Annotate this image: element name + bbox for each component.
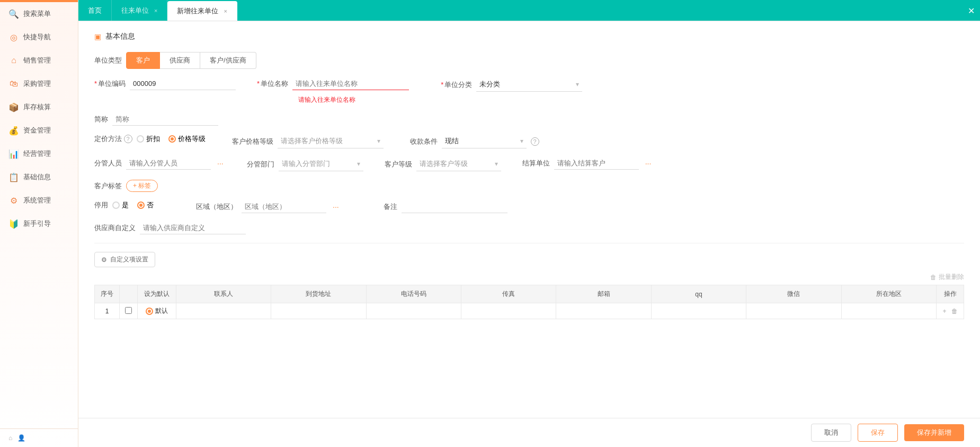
section-header: ▣ 基本信息 xyxy=(94,32,964,41)
form-divider xyxy=(94,243,964,243)
unit-type-supplier[interactable]: 供应商 xyxy=(160,52,200,69)
disabled-region-row: 停用 是 否 区域（地区） ··· 备注 xyxy=(94,200,964,213)
unit-category-select[interactable]: 未分类 ▾ xyxy=(476,77,582,92)
unit-type-both[interactable]: 客户/供应商 xyxy=(200,52,256,69)
batch-delete-label[interactable]: 批量删除 xyxy=(939,273,964,282)
col-contact: 联系人 xyxy=(176,285,271,303)
tab-home[interactable]: 首页 xyxy=(78,0,112,21)
sidebar-label-system: 系统管理 xyxy=(23,196,51,205)
disabled-label: 停用 xyxy=(94,200,108,210)
tab-new-partner[interactable]: 新增往来单位 × xyxy=(167,1,237,21)
row-contact-input[interactable] xyxy=(182,308,265,315)
customer-level-select[interactable]: 请选择客户等级 ▾ xyxy=(416,157,501,171)
supplier-custom-input[interactable] xyxy=(140,222,246,234)
row-wechat-input[interactable] xyxy=(752,308,835,315)
row-fax-input[interactable] xyxy=(467,308,550,315)
payment-terms-help[interactable]: ? xyxy=(531,137,539,146)
tab-partner-label: 往来单位 xyxy=(121,6,149,15)
sidebar-item-system[interactable]: ⚙ 系统管理 xyxy=(0,189,78,212)
row-fax[interactable] xyxy=(461,303,556,319)
batch-delete-area: 🗑 批量删除 xyxy=(94,273,964,282)
unit-name-input[interactable] xyxy=(292,77,409,90)
row-address[interactable] xyxy=(271,303,366,319)
quick-nav-icon: ◎ xyxy=(8,32,19,42)
settlement-more-btn[interactable]: ··· xyxy=(643,159,654,168)
pricing-level-option[interactable]: 价格等级 xyxy=(168,134,206,144)
settlement-unit-label: 结算单位 xyxy=(522,159,550,168)
window-close-button[interactable]: ✕ xyxy=(968,5,975,15)
disabled-no-label: 否 xyxy=(147,200,154,210)
row-delete-btn[interactable]: 🗑 xyxy=(951,308,958,315)
disabled-yes-label: 是 xyxy=(122,200,129,210)
region-input[interactable] xyxy=(242,200,326,213)
row-add-btn[interactable]: + xyxy=(942,308,946,315)
row-checkbox[interactable] xyxy=(125,307,132,314)
sidebar-item-basic[interactable]: 📋 基础信息 xyxy=(0,165,78,189)
add-tag-button[interactable]: + 标签 xyxy=(126,180,158,192)
row-wechat[interactable] xyxy=(746,303,841,319)
settlement-unit-input[interactable] xyxy=(554,157,639,170)
row-default-radio xyxy=(146,308,153,315)
col-checkbox xyxy=(120,285,138,303)
tab-bar: 首页 往来单位 × 新增往来单位 × ✕ xyxy=(78,0,980,21)
sidebar-item-search[interactable]: 🔍 搜索菜单 xyxy=(0,2,78,25)
manager-row: 分管人员 ··· 分管部门 请输入分管部门 ▾ 客户等级 请选择客户等级 ▾ 结… xyxy=(94,157,964,171)
unit-code-input[interactable] xyxy=(130,77,236,90)
row-region-input[interactable] xyxy=(847,308,931,315)
unit-type-row: 单位类型 客户 供应商 客户/供应商 xyxy=(94,52,964,69)
unit-type-label: 单位类型 xyxy=(94,56,122,65)
row-email[interactable] xyxy=(556,303,651,319)
dept-chevron-icon: ▾ xyxy=(357,160,360,168)
cancel-button[interactable]: 取消 xyxy=(811,424,851,442)
user-bottom-icon[interactable]: 👤 xyxy=(17,434,25,442)
disabled-radio-group: 是 否 xyxy=(112,200,154,210)
unit-category-group: *单位分类 未分类 ▾ xyxy=(441,77,582,92)
row-qq-input[interactable] xyxy=(657,308,741,315)
payment-terms-select[interactable]: 现结 ▾ xyxy=(442,134,527,148)
row-default-cell: 默认 xyxy=(138,303,176,319)
sidebar-item-inventory[interactable]: 📦 库存核算 xyxy=(0,95,78,119)
tab-new-partner-close[interactable]: × xyxy=(224,8,227,14)
manager-more-btn[interactable]: ··· xyxy=(215,159,226,168)
tab-partner[interactable]: 往来单位 × xyxy=(112,0,167,21)
home-bottom-icon[interactable]: ⌂ xyxy=(8,434,12,442)
row-phone[interactable] xyxy=(366,303,461,319)
unit-name-label: *单位名称 xyxy=(257,79,288,89)
row-contact[interactable] xyxy=(176,303,271,319)
sidebar-item-sales[interactable]: ⌂ 销售管理 xyxy=(0,49,78,72)
remark-input[interactable] xyxy=(402,200,507,213)
sidebar-item-finance[interactable]: 💰 资金管理 xyxy=(0,119,78,142)
custom-settings-button[interactable]: ⚙ 自定义项设置 xyxy=(94,252,155,267)
short-name-input[interactable] xyxy=(112,113,218,126)
customer-price-level-select[interactable]: 请选择客户价格等级 ▾ xyxy=(278,134,384,148)
save-new-button[interactable]: 保存并新增 xyxy=(904,424,964,441)
row-qq[interactable] xyxy=(651,303,746,319)
row-phone-input[interactable] xyxy=(372,308,456,315)
sidebar-item-guide[interactable]: 🔰 新手引导 xyxy=(0,212,78,235)
purchase-icon: 🛍 xyxy=(8,78,19,89)
sidebar-item-quick-nav[interactable]: ◎ 快捷导航 xyxy=(0,25,78,49)
manager-input[interactable] xyxy=(126,157,211,170)
tab-partner-close[interactable]: × xyxy=(154,7,157,14)
row-address-input[interactable] xyxy=(277,308,360,315)
col-address: 到货地址 xyxy=(271,285,366,303)
sidebar-item-purchase[interactable]: 🛍 采购管理 xyxy=(0,72,78,95)
row-checkbox-cell xyxy=(120,303,138,319)
unit-type-customer[interactable]: 客户 xyxy=(126,52,160,69)
disabled-yes-option[interactable]: 是 xyxy=(112,200,129,210)
basic-info-icon: 📋 xyxy=(8,172,19,182)
table-body: 1 默认 xyxy=(95,303,964,319)
pricing-discount-option[interactable]: 折扣 xyxy=(137,134,160,144)
department-select[interactable]: 请输入分管部门 ▾ xyxy=(279,157,363,171)
row-default-radio-item[interactable]: 默认 xyxy=(143,306,170,315)
pricing-method-help[interactable]: ? xyxy=(124,135,132,143)
col-region: 所在地区 xyxy=(841,285,936,303)
sidebar-item-operations[interactable]: 📊 经营管理 xyxy=(0,142,78,165)
row-region[interactable] xyxy=(841,303,936,319)
unit-type-group: 单位类型 客户 供应商 客户/供应商 xyxy=(94,52,256,69)
region-more-btn[interactable]: ··· xyxy=(331,203,341,211)
settlement-unit-group: 结算单位 ··· xyxy=(522,157,654,170)
save-button[interactable]: 保存 xyxy=(858,424,898,442)
disabled-no-option[interactable]: 否 xyxy=(137,200,154,210)
row-email-input[interactable] xyxy=(562,308,645,315)
